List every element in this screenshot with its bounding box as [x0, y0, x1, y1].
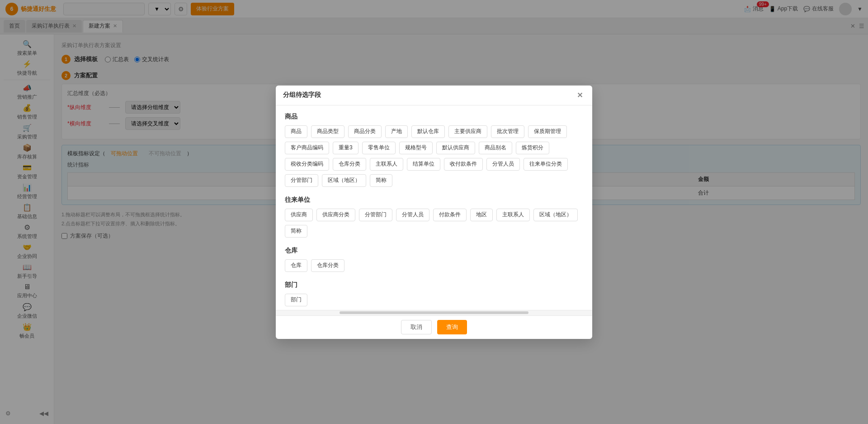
chip-department-部门[interactable]: 部门 [285, 294, 307, 306]
chip-product-零售单位[interactable]: 零售单位 [362, 142, 396, 154]
chip-product-批次管理[interactable]: 批次管理 [491, 125, 524, 138]
chip-product-商品别名[interactable]: 商品别名 [479, 142, 512, 154]
field-group-warehouse: 仓库 仓库 仓库分类 [285, 247, 583, 272]
chip-partner-区域地区[interactable]: 区域（地区） [533, 209, 578, 221]
field-group-partner: 往来单位 供应商 供应商分类 分管部门 分管人员 付款条件 地区 主联系人 区域… [285, 196, 583, 238]
modal-title: 分组待选字段 [283, 91, 321, 99]
chip-product-默认仓库[interactable]: 默认仓库 [411, 125, 445, 138]
chip-product-区域地区[interactable]: 区域（地区） [322, 174, 366, 187]
field-group-partner-title: 往来单位 [285, 196, 583, 204]
chip-product-炼货积分[interactable]: 炼货积分 [516, 142, 549, 154]
chip-partner-供应商[interactable]: 供应商 [285, 209, 313, 221]
modal-hscroll-thumb [340, 311, 528, 314]
field-selection-modal: 分组待选字段 ✕ 商品 商品 商品类型 商品分类 产地 默认仓库 主要供应商 批… [276, 86, 592, 339]
chip-partner-简称[interactable]: 简称 [285, 225, 307, 238]
chip-product-规格型号[interactable]: 规格型号 [399, 142, 433, 154]
modal-footer: 取消 查询 [276, 315, 592, 339]
chip-product-收付款条件[interactable]: 收付款条件 [444, 158, 483, 171]
modal-close-button[interactable]: ✕ [574, 90, 585, 100]
chip-product-保质期管理[interactable]: 保质期管理 [528, 125, 567, 138]
chip-product-结算单位[interactable]: 结算单位 [407, 158, 440, 171]
chip-product-主联系人[interactable]: 主联系人 [370, 158, 403, 171]
chip-product-主要供应商[interactable]: 主要供应商 [448, 125, 487, 138]
chip-product-仓库分类[interactable]: 仓库分类 [333, 158, 366, 171]
chip-product-重量3[interactable]: 重量3 [333, 142, 359, 154]
chip-product-商品分类[interactable]: 商品分类 [348, 125, 382, 138]
chip-warehouse-仓库分类[interactable]: 仓库分类 [311, 259, 344, 272]
chip-product-分管部门[interactable]: 分管部门 [285, 174, 318, 187]
modal-horizontal-scrollbar[interactable] [276, 310, 592, 315]
chip-product-分管人员[interactable]: 分管人员 [486, 158, 520, 171]
chip-product-产地[interactable]: 产地 [385, 125, 408, 138]
chip-product-默认供应商[interactable]: 默认供应商 [436, 142, 475, 154]
field-group-product: 商品 商品 商品类型 商品分类 产地 默认仓库 主要供应商 批次管理 保质期管理… [285, 113, 583, 187]
field-group-department-title: 部门 [285, 281, 583, 289]
chip-product-商品[interactable]: 商品 [285, 125, 307, 138]
modal-body[interactable]: 商品 商品 商品类型 商品分类 产地 默认仓库 主要供应商 批次管理 保质期管理… [276, 105, 592, 310]
chip-product-税收分类编码[interactable]: 税收分类编码 [285, 158, 329, 171]
chip-product-商品类型[interactable]: 商品类型 [311, 125, 344, 138]
chip-warehouse-仓库[interactable]: 仓库 [285, 259, 307, 272]
chip-partner-分管人员[interactable]: 分管人员 [396, 209, 429, 221]
chip-partner-地区[interactable]: 地区 [470, 209, 493, 221]
chip-partner-分管部门[interactable]: 分管部门 [359, 209, 392, 221]
field-chips-product: 商品 商品类型 商品分类 产地 默认仓库 主要供应商 批次管理 保质期管理 客户… [285, 125, 583, 187]
modal-header: 分组待选字段 ✕ [276, 86, 592, 105]
modal-cancel-button[interactable]: 取消 [401, 320, 432, 334]
chip-partner-主联系人[interactable]: 主联系人 [496, 209, 530, 221]
field-chips-partner: 供应商 供应商分类 分管部门 分管人员 付款条件 地区 主联系人 区域（地区） … [285, 209, 583, 238]
field-group-product-title: 商品 [285, 113, 583, 121]
modal-confirm-button[interactable]: 查询 [437, 320, 467, 334]
chip-product-客户商品编码[interactable]: 客户商品编码 [285, 142, 329, 154]
chip-partner-供应商分类[interactable]: 供应商分类 [316, 209, 355, 221]
chip-product-简称[interactable]: 简称 [370, 174, 392, 187]
modal-overlay: 分组待选字段 ✕ 商品 商品 商品类型 商品分类 产地 默认仓库 主要供应商 批… [0, 0, 868, 424]
field-group-warehouse-title: 仓库 [285, 247, 583, 255]
field-group-department: 部门 部门 [285, 281, 583, 306]
field-chips-department: 部门 [285, 294, 583, 306]
chip-partner-付款条件[interactable]: 付款条件 [433, 209, 467, 221]
field-chips-warehouse: 仓库 仓库分类 [285, 259, 583, 272]
chip-product-往来单位分类[interactable]: 往来单位分类 [524, 158, 568, 171]
